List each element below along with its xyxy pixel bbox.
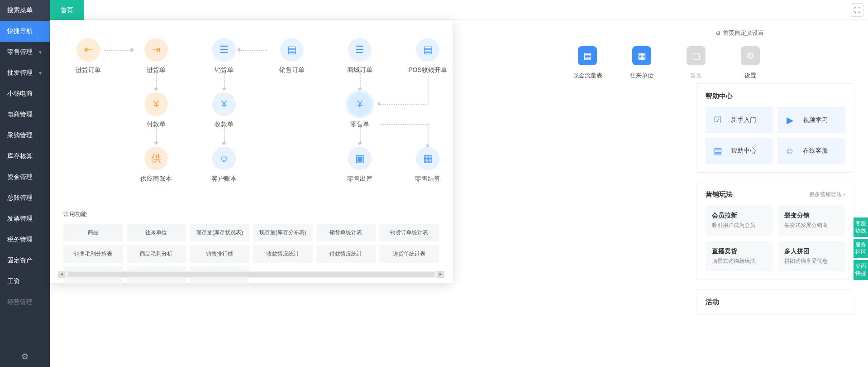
flow-arrow <box>380 124 428 125</box>
home-custom-settings-link[interactable]: ⚙ 首页自定义设置 <box>715 29 764 37</box>
common-fn-button[interactable]: 商品 <box>63 224 123 241</box>
flyout-scrollbar[interactable]: ◄ ► <box>58 271 444 278</box>
common-fn-button[interactable]: 进货单统计表 <box>379 245 439 263</box>
float-hotline[interactable]: 客服热线 <box>854 217 868 237</box>
flow-arrow <box>156 124 157 142</box>
wf-node-retail-bill[interactable]: ¥零售单 <box>339 92 380 129</box>
flow-arrow <box>428 124 429 145</box>
sidebar-item-business[interactable]: 经营管理 <box>0 292 50 313</box>
marketing-groupbuy[interactable]: 多人拼团 拼团购物享受优惠 <box>778 241 845 271</box>
gear-icon: ⚙ <box>715 30 721 37</box>
list-icon: ☰ <box>348 38 372 62</box>
sidebar-item-quicknav[interactable]: 快捷导航 <box>0 21 50 42</box>
workflow-diagram: ⇤进货订单 ⇥进货单 ☰销货单 ▤销售订单 ☰商城订单 ▤POS收银开单 ¥付款… <box>54 34 448 206</box>
quicknav-flyout: ⇤进货订单 ⇥进货单 ☰销货单 ▤销售订单 ☰商城订单 ▤POS收银开单 ¥付款… <box>50 20 453 283</box>
common-fn-button[interactable]: 付款情况统计 <box>316 245 376 263</box>
money-icon: ¥ <box>212 92 236 116</box>
wf-node-supplier-ledger[interactable]: 供供应商账本 <box>136 147 176 183</box>
wf-node-purchase-order[interactable]: ⇤进货订单 <box>68 38 109 74</box>
float-desktop[interactable]: 桌面快捷 <box>854 260 868 280</box>
common-fn-button[interactable]: 销售毛利分析表 <box>63 245 123 263</box>
marketing-live[interactable]: 直播卖货 场景式购物新玩法 <box>706 241 773 271</box>
settle-icon: ▦ <box>416 147 439 170</box>
common-fn-button[interactable]: 现存量(库存状况表) <box>190 224 249 241</box>
sidebar-item-ledger[interactable]: 总账管理 <box>0 188 50 208</box>
sidebar-item-tax[interactable]: 税务管理 <box>0 229 50 250</box>
sidebar-item-wholesale[interactable]: 批发管理▼ <box>0 63 50 83</box>
check-icon: ☑ <box>711 113 725 127</box>
activity-panel: 活动 <box>696 289 854 315</box>
doc-icon: ▤ <box>280 38 304 62</box>
flow-arrow <box>240 50 267 51</box>
chat-icon: ☺ <box>783 144 796 158</box>
ledger-icon: 供 <box>144 147 168 170</box>
list-icon: ☰ <box>212 38 236 62</box>
wf-node-pos[interactable]: ▤POS收银开单 <box>407 38 448 74</box>
help-panel: 帮助中心 ☑ 新手入门 ▶ 视频学习 ▤ 帮助中心 <box>696 83 854 173</box>
common-fn-button[interactable]: 收款情况统计 <box>253 245 313 263</box>
marketing-member[interactable]: 会员拉新 吸引用户成为会员 <box>706 205 773 236</box>
out-icon: ▣ <box>348 147 372 170</box>
sidebar-item-purchase[interactable]: 采购管理 <box>0 125 50 146</box>
sidebar-item-search-menu[interactable]: 搜索菜单 <box>0 0 50 21</box>
flow-arrow <box>224 70 225 88</box>
building-icon: ▦ <box>632 46 651 65</box>
caret-down-icon: ▼ <box>38 71 43 76</box>
panel-title: 帮助中心 <box>706 92 733 101</box>
help-item-helpcenter[interactable]: ▤ 帮助中心 <box>706 138 773 164</box>
fullscreen-icon[interactable]: ⛶ <box>851 3 863 17</box>
common-fn-button[interactable]: 销货单统计表 <box>316 224 376 241</box>
shortcut-contacts[interactable]: ▦ 往来单位 <box>628 46 655 80</box>
wf-node-sale-bill[interactable]: ☰销货单 <box>204 38 244 74</box>
sidebar-item-retail[interactable]: 零售管理▼ <box>0 42 50 63</box>
money-icon: ¥ <box>144 92 168 116</box>
wf-node-retail-out[interactable]: ▣零售出库 <box>339 147 380 183</box>
scroll-right-icon[interactable]: ► <box>437 271 444 278</box>
more-marketing-link[interactable]: 更多营销玩法 › <box>809 191 845 198</box>
sidebar-item-salary[interactable]: 工资 <box>0 271 50 292</box>
wf-node-retail-settle[interactable]: ▦零售结算 <box>407 147 448 183</box>
common-fn-button[interactable]: 现存量(库存分布表) <box>253 224 313 241</box>
shortcut-empty[interactable]: ▢ 暂无 <box>682 46 710 80</box>
sidebar-settings-icon[interactable]: ⚙ <box>0 346 50 367</box>
common-fn-button[interactable]: 销售排行榜 <box>190 245 249 263</box>
sidebar-item-finance[interactable]: 资金管理 <box>0 167 50 188</box>
help-item-beginner[interactable]: ☑ 新手入门 <box>706 107 773 133</box>
float-community[interactable]: 服务社区 <box>854 239 868 258</box>
right-column: 帮助中心 ☑ 新手入门 ▶ 视频学习 ▤ 帮助中心 <box>696 83 854 315</box>
flow-arrow <box>104 50 131 51</box>
float-buttons: 客服热线 服务社区 桌面快捷 <box>854 217 868 280</box>
wf-node-sale-order[interactable]: ▤销售订单 <box>272 38 312 74</box>
sidebar-item-inventory[interactable]: 库存核算 <box>0 146 50 167</box>
common-fn-button[interactable]: 销货订单统计表 <box>379 224 439 241</box>
marketing-fission[interactable]: 裂变分销 裂变式发展分销商 <box>778 205 845 236</box>
common-fn-button[interactable]: 商品毛利分析 <box>127 245 186 263</box>
wf-node-mall-order[interactable]: ☰商城订单 <box>339 38 380 74</box>
wf-node-customer-ledger[interactable]: ☺客户账本 <box>204 147 244 183</box>
sidebar-item-ecommerce[interactable]: 电商管理 <box>0 104 50 125</box>
money-icon: ¥ <box>348 92 372 116</box>
gear-icon: ⚙ <box>741 46 760 65</box>
sidebar-item-assets[interactable]: 固定资产 <box>0 250 50 271</box>
wf-node-payment[interactable]: ¥付款单 <box>136 92 176 129</box>
help-item-video[interactable]: ▶ 视频学习 <box>777 107 845 133</box>
flow-arrow <box>360 124 361 142</box>
panel-title: 营销玩法 <box>706 190 733 199</box>
shortcut-settings[interactable]: ⚙ 设置 <box>737 46 764 80</box>
shortcut-cashflow[interactable]: ▤ 现金流量表 <box>574 46 601 80</box>
tabs-bar: 首页 ⛶ <box>50 0 868 20</box>
wf-node-purchase-bill[interactable]: ⇥进货单 <box>136 38 176 74</box>
sidebar-item-invoice[interactable]: 发票管理 <box>0 208 50 229</box>
sidebar: 搜索菜单 快捷导航 零售管理▼ 批发管理▼ 小畅电商 电商管理 采购管理 库存核… <box>0 0 50 367</box>
common-title: 常用功能 <box>63 210 439 218</box>
sidebar-item-xiaochang[interactable]: 小畅电商 <box>0 83 50 104</box>
flow-arrow <box>224 124 225 142</box>
ledger-icon: ☺ <box>212 147 236 170</box>
scroll-left-icon[interactable]: ◄ <box>58 271 65 278</box>
blank-icon: ▢ <box>687 46 706 65</box>
flow-arrow <box>156 70 157 88</box>
wf-node-receipt[interactable]: ¥收款单 <box>204 92 244 129</box>
help-item-chat[interactable]: ☺ 在线客服 <box>777 138 845 164</box>
tab-home[interactable]: 首页 <box>50 0 84 20</box>
common-fn-button[interactable]: 往来单位 <box>127 224 186 241</box>
